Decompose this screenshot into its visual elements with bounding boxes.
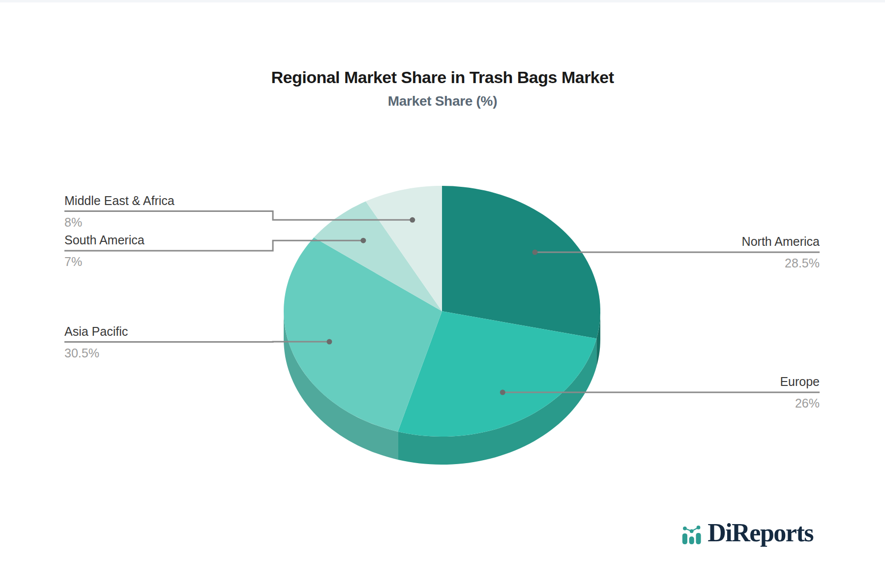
callout-dot — [532, 250, 538, 255]
direports-logo: DiReports — [681, 520, 813, 546]
bar-line-chart-icon — [681, 522, 704, 544]
callout-dot — [326, 339, 332, 345]
pie-chart — [0, 0, 885, 588]
chart-page: Regional Market Share in Trash Bags Mark… — [0, 0, 885, 588]
callout-dot — [500, 390, 505, 395]
logo-text: DiReports — [708, 520, 813, 546]
callout-dot — [410, 217, 415, 223]
callout-dot — [360, 238, 366, 243]
